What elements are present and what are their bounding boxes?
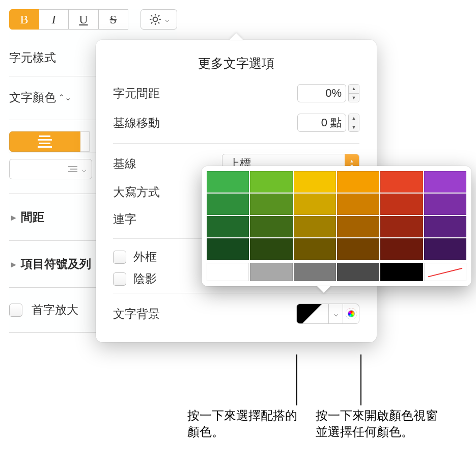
color-swatch[interactable] xyxy=(424,194,466,215)
palette-grid xyxy=(207,171,466,260)
color-well-dropdown[interactable]: ⌵ xyxy=(328,304,343,323)
color-swatch[interactable] xyxy=(207,194,249,215)
color-swatch[interactable] xyxy=(207,171,249,193)
color-swatch[interactable] xyxy=(380,238,423,260)
text-background-label: 文字背景 xyxy=(113,306,160,322)
bold-button[interactable]: B xyxy=(9,9,39,30)
ligatures-label: 連字 xyxy=(113,211,136,227)
disclosure-right-icon: ▸ xyxy=(11,259,16,270)
color-swatch[interactable] xyxy=(380,171,423,193)
indent-icon xyxy=(68,166,77,172)
text-background-row: 文字背景 ⌵ xyxy=(113,304,359,324)
chevron-down-icon: ⌵ xyxy=(81,165,87,174)
mono-swatch[interactable] xyxy=(294,263,336,281)
outline-label: 外框 xyxy=(133,249,157,265)
outline-checkbox[interactable] xyxy=(113,251,126,264)
color-picker-button[interactable] xyxy=(343,304,359,323)
capitalization-label: 大寫方式 xyxy=(113,184,160,200)
disclosure-right-icon: ▸ xyxy=(11,212,16,223)
color-swatch[interactable] xyxy=(424,238,466,260)
callout-left: 按一下來選擇配搭的顏色。 xyxy=(187,407,304,441)
spacing-label: 間距 xyxy=(21,209,44,225)
svg-line-7 xyxy=(151,22,152,23)
color-swatch[interactable] xyxy=(294,216,336,237)
popover-title: 更多文字選項 xyxy=(113,55,359,72)
character-spacing-row: 字元間距 ▲▼ xyxy=(113,84,359,102)
callout-leader-line xyxy=(360,354,361,405)
color-swatch[interactable] xyxy=(337,194,379,215)
baseline-shift-stepper[interactable]: ▲▼ xyxy=(348,114,359,132)
more-text-options-button[interactable]: ⌵ xyxy=(141,9,177,30)
mono-swatch[interactable] xyxy=(207,263,249,281)
svg-line-6 xyxy=(158,22,159,23)
color-swatch[interactable] xyxy=(294,238,336,260)
bullets-label: 項目符號及列 xyxy=(21,256,91,272)
color-swatch[interactable] xyxy=(424,171,466,193)
character-spacing-label: 字元間距 xyxy=(113,86,160,101)
palette-mono-row xyxy=(207,263,466,281)
text-color-label: 文字顏色 xyxy=(9,90,56,105)
color-swatch[interactable] xyxy=(250,171,292,193)
baseline-shift-label: 基線移動 xyxy=(113,115,160,131)
color-swatch[interactable] xyxy=(337,238,379,260)
divider xyxy=(113,143,359,144)
color-palette-popover xyxy=(202,166,471,286)
svg-point-0 xyxy=(153,17,158,22)
svg-line-8 xyxy=(158,15,159,16)
color-swatch[interactable] xyxy=(337,171,379,193)
color-swatch[interactable] xyxy=(250,194,292,215)
mono-swatch[interactable] xyxy=(337,263,379,281)
baseline-shift-row: 基線移動 ▲▼ xyxy=(113,114,359,132)
svg-line-5 xyxy=(151,15,152,16)
callout-leader-line xyxy=(296,354,297,405)
baseline-shift-input[interactable] xyxy=(297,114,346,132)
color-swatch[interactable] xyxy=(207,238,249,260)
color-swatch[interactable] xyxy=(380,194,423,215)
dropcap-label: 首字放大 xyxy=(32,302,78,318)
color-well-preset-button[interactable] xyxy=(297,304,328,323)
chevron-down-icon: ⌵ xyxy=(165,15,169,23)
underline-button[interactable]: U xyxy=(69,9,98,30)
text-background-color-controls: ⌵ xyxy=(296,304,359,324)
gear-icon xyxy=(149,13,162,26)
popup-indicator-icon: ⌃⌄ xyxy=(58,93,71,102)
align-center-icon xyxy=(38,135,52,148)
align-center-button[interactable] xyxy=(9,131,80,152)
color-swatch[interactable] xyxy=(294,194,336,215)
callout-right: 按一下來開啟顏色視窗並選擇任何顏色。 xyxy=(316,407,448,441)
color-swatch[interactable] xyxy=(250,238,292,260)
divider xyxy=(113,293,359,293)
align-segment-continuation[interactable] xyxy=(80,131,90,152)
text-style-segmented: B I U S ⌵ xyxy=(9,9,177,30)
indent-decrease-button[interactable]: ⌵ xyxy=(9,159,92,179)
shadow-label: 陰影 xyxy=(133,271,157,287)
strikethrough-button[interactable]: S xyxy=(99,9,128,30)
italic-button[interactable]: I xyxy=(39,9,69,30)
color-swatch[interactable] xyxy=(250,216,292,237)
color-swatch[interactable] xyxy=(207,216,249,237)
color-swatch[interactable] xyxy=(380,216,423,237)
no-color-swatch[interactable] xyxy=(424,263,466,281)
color-swatch[interactable] xyxy=(337,216,379,237)
app-canvas: B I U S ⌵ 字元樣式 文字顏色 ⌃⌄ ⌵ xyxy=(0,0,476,465)
character-spacing-stepper[interactable]: ▲▼ xyxy=(348,84,359,102)
character-spacing-input[interactable] xyxy=(297,84,346,102)
mono-swatch[interactable] xyxy=(380,263,423,281)
dropcap-checkbox[interactable] xyxy=(9,304,22,317)
mono-swatch[interactable] xyxy=(250,263,292,281)
baseline-label: 基線 xyxy=(113,156,136,172)
color-swatch[interactable] xyxy=(424,216,466,237)
color-wheel-icon xyxy=(346,308,357,319)
color-swatch[interactable] xyxy=(294,171,336,193)
shadow-checkbox[interactable] xyxy=(113,272,126,286)
